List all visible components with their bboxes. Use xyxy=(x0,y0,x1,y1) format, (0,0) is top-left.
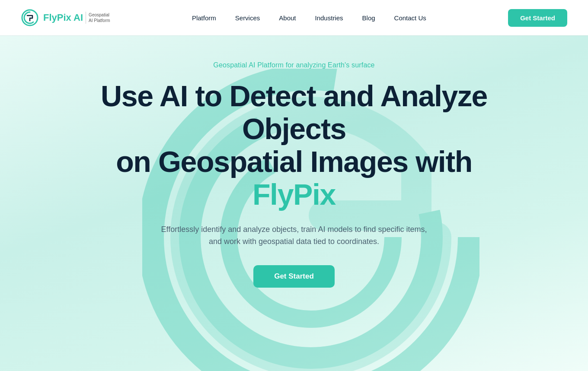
nav-platform[interactable]: Platform xyxy=(184,11,224,25)
nav-contact[interactable]: Contact Us xyxy=(387,11,434,25)
hero-title: Use AI to Detect and Analyze Objects on … xyxy=(78,79,510,211)
hero-tagline: Geospatial AI Platform for analyzing Ear… xyxy=(213,61,374,69)
hero-title-line2: on Geospatial Images with FlyPix xyxy=(116,145,472,211)
hero-section: Geospatial AI Platform for analyzing Ear… xyxy=(0,35,588,371)
logo-divider xyxy=(86,12,86,24)
logo-brand: FlyPix xyxy=(43,12,71,23)
navbar-get-started-button[interactable]: Get Started xyxy=(508,9,567,27)
logo-ai: AI xyxy=(74,12,83,23)
nav-about[interactable]: About xyxy=(271,11,304,25)
nav-blog[interactable]: Blog xyxy=(355,11,383,25)
logo[interactable]: FlyPix AI Geospatial AI Platform xyxy=(21,9,110,27)
nav-industries[interactable]: Industries xyxy=(307,11,351,25)
hero-title-line1: Use AI to Detect and Analyze Objects xyxy=(101,79,487,145)
logo-text: FlyPix AI Geospatial AI Platform xyxy=(43,12,110,24)
hero-get-started-button[interactable]: Get Started xyxy=(253,265,335,288)
nav-services[interactable]: Services xyxy=(227,11,268,25)
hero-description: Effortlessly identify and analyze object… xyxy=(161,223,427,248)
navbar: FlyPix AI Geospatial AI Platform Platfor… xyxy=(0,0,588,35)
logo-name: FlyPix AI xyxy=(43,13,83,23)
hero-content: Geospatial AI Platform for analyzing Ear… xyxy=(78,61,510,288)
hero-title-brand: FlyPix xyxy=(252,178,336,211)
logo-subtitle: Geospatial AI Platform xyxy=(89,12,110,23)
flypix-logo-icon xyxy=(21,9,39,27)
nav-links: Platform Services About Industries Blog … xyxy=(184,11,434,25)
